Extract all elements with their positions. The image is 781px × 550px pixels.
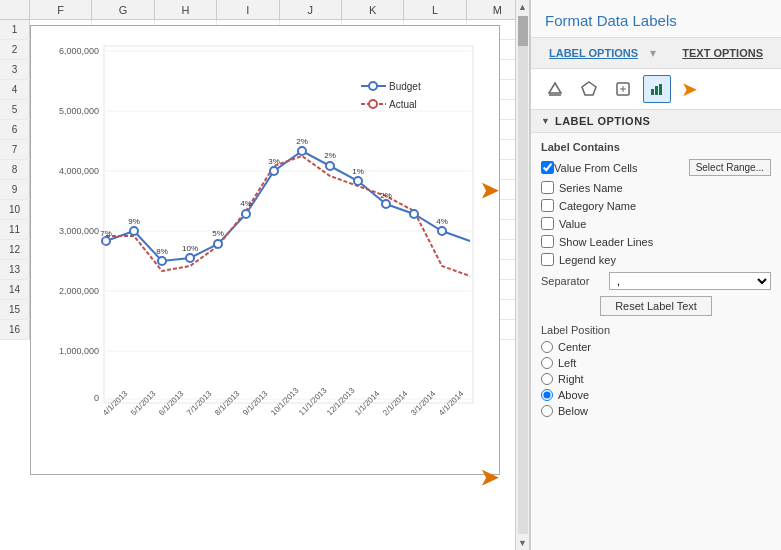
svg-text:12/1/2013: 12/1/2013 — [325, 385, 357, 417]
panel-title: Format Data Labels — [531, 0, 781, 38]
left-radio[interactable] — [541, 357, 553, 369]
below-radio-row: Below — [541, 405, 771, 417]
col-g: G — [92, 0, 154, 19]
svg-point-15 — [130, 227, 138, 235]
value-checkbox[interactable] — [541, 217, 554, 230]
center-label: Center — [558, 341, 591, 353]
svg-text:5,000,000: 5,000,000 — [59, 106, 99, 116]
separator-label: Separator — [541, 275, 601, 287]
svg-text:4%: 4% — [240, 199, 252, 208]
chart-container[interactable]: 6,000,000 5,000,000 4,000,000 3,000,000 … — [30, 25, 500, 475]
pentagon-icon — [581, 81, 597, 97]
svg-text:2%: 2% — [324, 151, 336, 160]
value-from-cells-row: Value From Cells Select Range... — [541, 159, 771, 176]
svg-point-26 — [438, 227, 446, 235]
svg-text:8%: 8% — [156, 247, 168, 256]
svg-text:5%: 5% — [212, 229, 224, 238]
svg-text:4,000,000: 4,000,000 — [59, 166, 99, 176]
svg-text:2,000,000: 2,000,000 — [59, 286, 99, 296]
legend-key-row: Legend key — [541, 253, 771, 266]
svg-text:11/1/2013: 11/1/2013 — [297, 385, 329, 417]
reset-label-text-button[interactable]: Reset Label Text — [600, 296, 712, 316]
svg-text:1,000,000: 1,000,000 — [59, 346, 99, 356]
left-radio-row: Left — [541, 357, 771, 369]
col-h: H — [155, 0, 217, 19]
svg-point-14 — [102, 237, 110, 245]
series-name-row: Series Name — [541, 181, 771, 194]
label-options-section-header[interactable]: ▼ LABEL OPTIONS — [531, 110, 781, 133]
svg-point-17 — [186, 254, 194, 262]
svg-text:Actual: Actual — [389, 99, 417, 110]
fill-icon — [547, 81, 563, 97]
size-icon — [615, 81, 631, 97]
tab-label-options[interactable]: LABEL OPTIONS — [541, 44, 646, 62]
legend-key-checkbox[interactable] — [541, 253, 554, 266]
icon-row: ➤ — [531, 69, 781, 110]
bar-chart-icon — [649, 81, 665, 97]
value-from-cells-label: Value From Cells — [554, 162, 638, 174]
scroll-thumb[interactable] — [518, 16, 528, 46]
format-panel: Format Data Labels LABEL OPTIONS ▾ TEXT … — [530, 0, 781, 550]
svg-text:0: 0 — [94, 393, 99, 403]
pentagon-icon-btn[interactable] — [575, 75, 603, 103]
svg-marker-59 — [549, 83, 561, 93]
fill-icon-btn[interactable] — [541, 75, 569, 103]
svg-text:7%: 7% — [100, 229, 112, 238]
legend-key-label: Legend key — [559, 254, 616, 266]
size-icon-btn[interactable] — [609, 75, 637, 103]
section-triangle-icon: ▼ — [541, 116, 550, 126]
svg-text:10%: 10% — [182, 244, 198, 253]
tab-text-options[interactable]: TEXT OPTIONS — [674, 44, 771, 62]
svg-rect-58 — [104, 46, 473, 403]
center-radio[interactable] — [541, 341, 553, 353]
scroll-track[interactable] — [518, 16, 528, 534]
scroll-down-btn[interactable]: ▼ — [516, 536, 529, 550]
svg-marker-61 — [582, 82, 596, 95]
svg-rect-67 — [659, 84, 662, 95]
category-name-checkbox[interactable] — [541, 199, 554, 212]
svg-point-22 — [326, 162, 334, 170]
svg-rect-66 — [655, 86, 658, 95]
series-name-label: Series Name — [559, 182, 623, 194]
value-from-cells-checkbox[interactable] — [541, 161, 554, 174]
svg-rect-65 — [651, 89, 654, 95]
svg-text:2%: 2% — [296, 137, 308, 146]
above-radio-row: Above — [541, 389, 771, 401]
above-label: Above — [558, 389, 589, 401]
select-range-button[interactable]: Select Range... — [689, 159, 771, 176]
spreadsheet-scrollbar[interactable]: ▲ ▼ — [515, 0, 529, 550]
section-header-label: LABEL OPTIONS — [555, 115, 651, 127]
show-leader-lines-checkbox[interactable] — [541, 235, 554, 248]
label-position-header: Label Position — [541, 324, 771, 336]
svg-point-24 — [382, 200, 390, 208]
svg-text:3,000,000: 3,000,000 — [59, 226, 99, 236]
separator-row: Separator , — [541, 272, 771, 290]
col-l: L — [404, 0, 466, 19]
col-i: I — [217, 0, 279, 19]
svg-point-20 — [270, 167, 278, 175]
separator-select[interactable]: , — [609, 272, 771, 290]
svg-text:3%: 3% — [268, 157, 280, 166]
right-radio[interactable] — [541, 373, 553, 385]
bar-chart-icon-btn[interactable] — [643, 75, 671, 103]
below-radio[interactable] — [541, 405, 553, 417]
above-radio[interactable] — [541, 389, 553, 401]
svg-text:4%: 4% — [436, 217, 448, 226]
svg-text:1%: 1% — [352, 167, 364, 176]
svg-text:2%: 2% — [380, 191, 392, 200]
col-headers: F G H I J K L M — [0, 0, 529, 20]
tab-row: LABEL OPTIONS ▾ TEXT OPTIONS — [531, 38, 781, 69]
svg-point-25 — [410, 210, 418, 218]
svg-rect-60 — [549, 94, 561, 96]
scroll-up-btn[interactable]: ▲ — [516, 0, 529, 14]
show-leader-lines-row: Show Leader Lines — [541, 235, 771, 248]
label-contains-header: Label Contains — [541, 141, 771, 153]
value-row: Value — [541, 217, 771, 230]
arrow-label-contains: ➤ — [480, 178, 498, 204]
col-f: F — [30, 0, 92, 19]
section-content: Label Contains Value From Cells Select R… — [531, 133, 781, 429]
arrow-above: ➤ — [480, 465, 498, 491]
svg-point-19 — [242, 210, 250, 218]
series-name-checkbox[interactable] — [541, 181, 554, 194]
right-radio-row: Right — [541, 373, 771, 385]
